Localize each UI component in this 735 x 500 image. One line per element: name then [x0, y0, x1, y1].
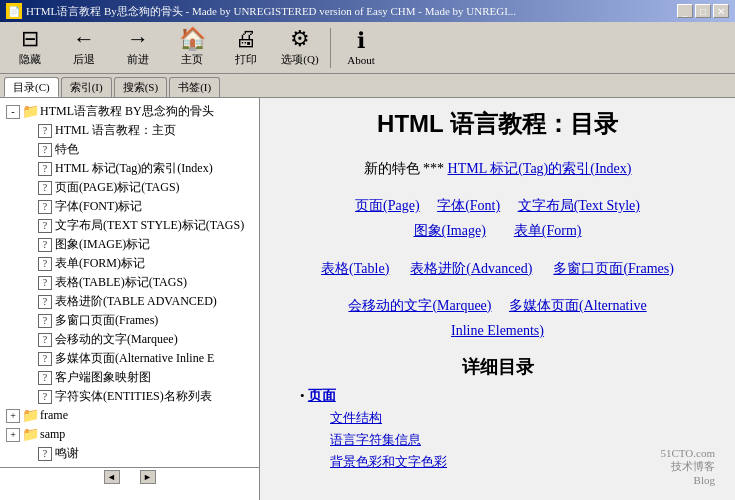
q-icon: ?: [38, 333, 52, 347]
scroll-right-btn[interactable]: ►: [140, 470, 156, 484]
toolbar: ⊟ 隐藏 ← 后退 → 前进 🏠 主页 🖨 打印 ⚙ 选项(Q) ℹ About: [0, 22, 735, 74]
root-expand[interactable]: -: [6, 105, 20, 119]
tree-item-label: 特色: [55, 141, 79, 158]
tab-search[interactable]: 搜索(S): [114, 77, 167, 97]
list-item[interactable]: ? 字体(FONT)标记: [2, 197, 257, 216]
charset-link[interactable]: 语言字符集信息: [330, 432, 421, 447]
file-structure-item: 文件结构: [330, 409, 715, 427]
tree-item-label: 多窗口页面(Frames): [55, 312, 158, 329]
back-label: 后退: [73, 52, 95, 67]
main-area: - 📁 HTML语言教程 BY思念狗的骨头 ? HTML 语言教程：主页 ? 特…: [0, 98, 735, 500]
forward-button[interactable]: → 前进: [112, 25, 164, 71]
scroll-left-btn[interactable]: ◄: [104, 470, 120, 484]
about-button[interactable]: ℹ About: [335, 25, 387, 71]
table-link[interactable]: 表格(Table): [321, 261, 389, 276]
watermark-line1: 51CTO.com: [661, 447, 716, 459]
options-button[interactable]: ⚙ 选项(Q): [274, 25, 326, 71]
list-item[interactable]: ? 会移动的文字(Marquee): [2, 330, 257, 349]
print-icon: 🖨: [235, 28, 257, 50]
page-bullet-link[interactable]: 页面: [308, 388, 336, 403]
frames-link[interactable]: 多窗口页面(Frames): [553, 261, 674, 276]
list-item[interactable]: ? 文字布局(TEXT STYLE)标记(TAGS): [2, 216, 257, 235]
page-sub-links: 文件结构 语言字符集信息 背景色彩和文字色彩: [330, 409, 715, 471]
samp-expand[interactable]: +: [6, 428, 20, 442]
forward-icon: →: [127, 28, 149, 50]
home-button[interactable]: 🏠 主页: [166, 25, 218, 71]
q-icon: ?: [38, 295, 52, 309]
print-button[interactable]: 🖨 打印: [220, 25, 272, 71]
scroll-arrows: ◄ ►: [0, 467, 259, 486]
list-item[interactable]: ? 表格(TABLE)标记(TAGS): [2, 273, 257, 292]
q-icon: ?: [38, 200, 52, 214]
tree-root[interactable]: - 📁 HTML语言教程 BY思念狗的骨头: [2, 102, 257, 121]
list-item[interactable]: ? 页面(PAGE)标记(TAGS): [2, 178, 257, 197]
multimedia-link[interactable]: 多媒体页面(Alternative: [509, 298, 647, 313]
tree-folder-frame[interactable]: + 📁 frame: [2, 406, 257, 425]
minimize-button[interactable]: _: [677, 4, 693, 18]
image-link[interactable]: 图象(Image): [414, 223, 486, 238]
multimedia-link2[interactable]: Inline Elements): [451, 323, 544, 338]
watermark-line3: Blog: [661, 474, 716, 486]
file-structure-link[interactable]: 文件结构: [330, 410, 382, 425]
tab-bookmarks[interactable]: 书签(I): [169, 77, 220, 97]
links-row-1: 页面(Page) 字体(Font) 文字布局(Text Style) 图象(Im…: [280, 193, 715, 243]
tree-item-label: 字体(FONT)标记: [55, 198, 142, 215]
list-item[interactable]: ? 客户端图象映射图: [2, 368, 257, 387]
left-panel: - 📁 HTML语言教程 BY思念狗的骨头 ? HTML 语言教程：主页 ? 特…: [0, 98, 260, 500]
list-item[interactable]: ? 鸣谢: [2, 444, 257, 463]
options-icon: ⚙: [290, 28, 310, 50]
marquee-link[interactable]: 会移动的文字(Marquee): [348, 298, 491, 313]
list-item[interactable]: ? HTML 语言教程：主页: [2, 121, 257, 140]
detail-section-title: 详细目录: [280, 355, 715, 379]
options-label: 选项(Q): [281, 52, 318, 67]
list-item[interactable]: ? 多媒体页面(Alternative Inline E: [2, 349, 257, 368]
tree-item-label: HTML 标记(Tag)的索引(Index): [55, 160, 213, 177]
tree-item-label: 页面(PAGE)标记(TAGS): [55, 179, 180, 196]
bullet-dot: •: [300, 388, 308, 403]
q-icon: ?: [38, 219, 52, 233]
close-button[interactable]: ✕: [713, 4, 729, 18]
list-item[interactable]: ? 图象(IMAGE)标记: [2, 235, 257, 254]
back-icon: ←: [73, 28, 95, 50]
root-folder-icon: 📁: [22, 104, 38, 120]
list-item[interactable]: ? 多窗口页面(Frames): [2, 311, 257, 330]
list-item[interactable]: ? 表单(FORM)标记: [2, 254, 257, 273]
tree-item-label: 文字布局(TEXT STYLE)标记(TAGS): [55, 217, 244, 234]
q-icon: ?: [38, 143, 52, 157]
feature-text: 新的特色 ***: [364, 161, 448, 176]
page-link[interactable]: 页面(Page): [355, 198, 420, 213]
list-item[interactable]: ? 表格进阶(TABLE ADVANCED): [2, 292, 257, 311]
frame-expand[interactable]: +: [6, 409, 20, 423]
right-panel: HTML 语言教程：目录 新的特色 *** HTML 标记(Tag)的索引(In…: [260, 98, 735, 500]
tree-folder-samp-label: samp: [40, 426, 65, 443]
tree-item-label: 图象(IMAGE)标记: [55, 236, 150, 253]
bgcolor-link[interactable]: 背景色彩和文字色彩: [330, 454, 447, 469]
watermark: 51CTO.com 技术博客 Blog: [661, 447, 716, 486]
list-item[interactable]: ? HTML 标记(Tag)的索引(Index): [2, 159, 257, 178]
title-bar-text: HTML语言教程 By思念狗的骨头 - Made by UNREGISTERED…: [26, 4, 516, 19]
bullet-item-page: • 页面: [300, 387, 715, 405]
tree-item-label: 字符实体(ENTITIES)名称列表: [55, 388, 212, 405]
tab-contents[interactable]: 目录(C): [4, 77, 59, 97]
back-button[interactable]: ← 后退: [58, 25, 110, 71]
app-icon: 📄: [6, 3, 22, 19]
form-link[interactable]: 表单(Form): [514, 223, 582, 238]
font-link[interactable]: 字体(Font): [437, 198, 500, 213]
tree-item-label: 多媒体页面(Alternative Inline E: [55, 350, 214, 367]
maximize-button[interactable]: □: [695, 4, 711, 18]
hide-button[interactable]: ⊟ 隐藏: [4, 25, 56, 71]
advanced-link[interactable]: 表格进阶(Advanced): [410, 261, 532, 276]
q-icon: ?: [38, 124, 52, 138]
list-item[interactable]: ? 字符实体(ENTITIES)名称列表: [2, 387, 257, 406]
q-icon: ?: [38, 162, 52, 176]
list-item[interactable]: ? 特色: [2, 140, 257, 159]
print-label: 打印: [235, 52, 257, 67]
charset-item: 语言字符集信息: [330, 431, 715, 449]
hide-label: 隐藏: [19, 52, 41, 67]
textstyle-link[interactable]: 文字布局(Text Style): [518, 198, 640, 213]
samp-folder-icon: 📁: [22, 427, 38, 443]
tree-folder-samp[interactable]: + 📁 samp: [2, 425, 257, 444]
tab-index[interactable]: 索引(I): [61, 77, 112, 97]
index-link[interactable]: HTML 标记(Tag)的索引(Index): [448, 161, 632, 176]
links-row-3: 会移动的文字(Marquee) 多媒体页面(Alternative Inline…: [280, 293, 715, 343]
